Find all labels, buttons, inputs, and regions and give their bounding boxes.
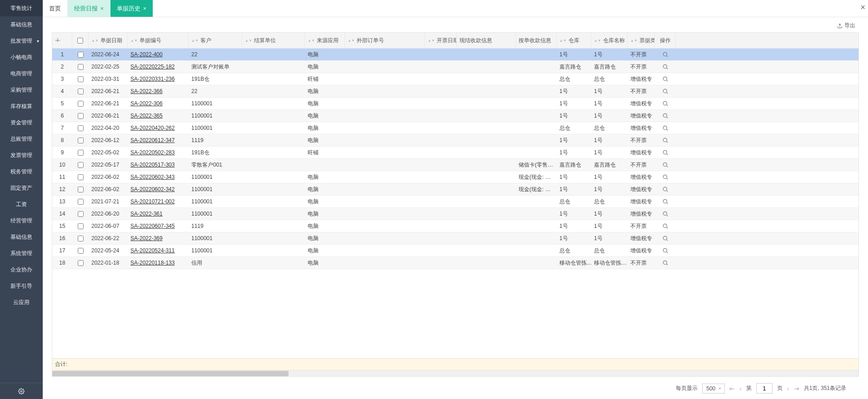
row-checkbox[interactable]: [78, 64, 84, 70]
select-all-checkbox[interactable]: [77, 38, 83, 44]
col-ext-order[interactable]: ▲▼外部订单号: [345, 33, 425, 48]
row-checkbox[interactable]: [78, 138, 84, 143]
magnifier-icon[interactable]: [662, 100, 668, 107]
row-select[interactable]: [72, 49, 89, 60]
sidebar-item-0[interactable]: 零售统计: [0, 0, 43, 16]
cell-doc-no[interactable]: SA-20220331-236: [128, 73, 189, 85]
close-icon[interactable]: ×: [100, 5, 104, 12]
magnifier-icon[interactable]: [662, 223, 668, 229]
magnifier-icon[interactable]: [662, 162, 668, 168]
row-select[interactable]: [72, 110, 89, 122]
col-customer[interactable]: ▲▼客户: [189, 33, 242, 48]
col-config[interactable]: [52, 33, 72, 48]
magnifier-icon[interactable]: [662, 113, 668, 119]
magnifier-icon[interactable]: [662, 88, 668, 94]
table-row[interactable]: 12022-06-24SA-2022-40022电脑1号1号不开票: [52, 49, 858, 61]
row-select[interactable]: [72, 61, 89, 73]
cell-doc-no[interactable]: SA-2022-365: [128, 110, 189, 122]
table-row[interactable]: 62022-06-21SA-2022-3651100001电脑1号1号增值税专: [52, 110, 858, 122]
row-checkbox[interactable]: [78, 174, 84, 180]
sidebar-item-18[interactable]: 云应用: [0, 294, 43, 310]
row-select[interactable]: [72, 196, 89, 207]
table-row[interactable]: 172022-05-24SA-20220524-3111100001电脑总仓总仓…: [52, 245, 858, 257]
row-select[interactable]: [72, 245, 89, 256]
row-checkbox[interactable]: [78, 150, 84, 156]
table-row[interactable]: 72022-04-20SA-20220420-2621100001电脑总仓总仓增…: [52, 122, 858, 134]
cell-doc-no[interactable]: SA-20210721-002: [128, 196, 189, 207]
magnifier-icon[interactable]: [662, 247, 668, 254]
cell-action[interactable]: [655, 257, 676, 269]
cell-action[interactable]: [655, 220, 676, 232]
col-date[interactable]: ▲▼单据日期: [89, 33, 128, 48]
sidebar-item-10[interactable]: 税务管理: [0, 163, 43, 180]
row-checkbox[interactable]: [78, 199, 84, 205]
row-checkbox[interactable]: [78, 52, 84, 58]
cell-doc-no[interactable]: SA-2022-361: [128, 208, 189, 220]
sidebar-item-2[interactable]: 批发管理: [0, 33, 43, 49]
table-row[interactable]: 182022-01-18SA-20220118-133信用电脑移动仓管拣…移动仓…: [52, 257, 858, 269]
table-row[interactable]: 162022-06-22SA-2022-3691100001电脑1号1号增值税专: [52, 232, 858, 245]
magnifier-icon[interactable]: [662, 211, 668, 217]
row-select[interactable]: [72, 232, 89, 244]
tab-0[interactable]: 经营日报×: [68, 0, 110, 17]
table-row[interactable]: 22022-02-25SA-20220225-182测试客户对账单电脑嘉言路仓嘉…: [52, 61, 858, 73]
row-select[interactable]: [72, 159, 89, 171]
table-row[interactable]: 132021-07-21SA-20210721-0021100001电脑总仓总仓…: [52, 196, 858, 208]
table-row[interactable]: 142022-06-20SA-2022-3611100001电脑1号1号增值税专: [52, 208, 858, 220]
cell-action[interactable]: [655, 245, 676, 256]
sidebar-item-6[interactable]: 库存核算: [0, 98, 43, 114]
row-select[interactable]: [72, 85, 89, 97]
magnifier-icon[interactable]: [662, 76, 668, 82]
sidebar-item-17[interactable]: 新手引导: [0, 278, 43, 294]
cell-action[interactable]: [655, 208, 676, 220]
row-select[interactable]: [72, 208, 89, 220]
col-source[interactable]: ▲▼来源应用: [305, 33, 345, 48]
row-select[interactable]: [72, 122, 89, 134]
col-settle[interactable]: ▲▼结算单位: [242, 33, 305, 48]
sidebar-item-11[interactable]: 固定资产: [0, 180, 43, 196]
cell-action[interactable]: [655, 159, 676, 171]
sidebar-settings[interactable]: [0, 383, 43, 399]
cell-doc-no[interactable]: SA-2022-306: [128, 98, 189, 109]
sidebar-item-13[interactable]: 经营管理: [0, 212, 43, 229]
col-ticket[interactable]: ▲▼票据类: [628, 33, 655, 48]
row-checkbox[interactable]: [78, 248, 84, 254]
row-select[interactable]: [72, 171, 89, 183]
cell-doc-no[interactable]: SA-20220118-133: [128, 257, 189, 269]
table-row[interactable]: 52022-06-21SA-2022-3061100001电脑1号1号增值税专: [52, 98, 858, 110]
row-checkbox[interactable]: [78, 260, 84, 266]
row-select[interactable]: [72, 147, 89, 158]
cell-action[interactable]: [655, 134, 676, 146]
sidebar-item-5[interactable]: 采购管理: [0, 82, 43, 98]
sidebar-item-8[interactable]: 总账管理: [0, 131, 43, 147]
cell-doc-no[interactable]: SA-20220602-342: [128, 183, 189, 195]
per-page-select[interactable]: 500: [702, 384, 725, 394]
col-warehouse-name[interactable]: ▲▼仓库名称: [591, 33, 628, 48]
table-row[interactable]: 32022-03-31SA-20220331-236191B仓旺铺总仓总仓增值税…: [52, 73, 858, 85]
col-warehouse[interactable]: ▲▼仓库: [557, 33, 591, 48]
tab-1[interactable]: 单据历史×: [110, 0, 153, 17]
row-checkbox[interactable]: [78, 101, 84, 107]
magnifier-icon[interactable]: [662, 149, 668, 156]
magnifier-icon[interactable]: [662, 260, 668, 266]
cell-doc-no[interactable]: SA-20220517-303: [128, 159, 189, 171]
col-select-all[interactable]: [72, 33, 89, 48]
magnifier-icon[interactable]: [662, 64, 668, 70]
prev-page[interactable]: ‹: [739, 385, 742, 392]
cell-doc-no[interactable]: SA-2022-369: [128, 232, 189, 244]
cell-doc-no[interactable]: SA-20220502-283: [128, 147, 189, 158]
table-row[interactable]: 112022-06-02SA-20220602-3431100001电脑现金(现…: [52, 171, 858, 183]
row-checkbox[interactable]: [78, 113, 84, 119]
cell-doc-no[interactable]: SA-20220607-345: [128, 220, 189, 232]
magnifier-icon[interactable]: [662, 137, 668, 143]
sidebar-item-15[interactable]: 系统管理: [0, 245, 43, 261]
row-checkbox[interactable]: [78, 125, 84, 131]
cell-doc-no[interactable]: SA-20220602-343: [128, 171, 189, 183]
cell-action[interactable]: [655, 110, 676, 122]
row-checkbox[interactable]: [78, 223, 84, 229]
page-input[interactable]: [756, 383, 773, 394]
table-row[interactable]: 122022-06-02SA-20220602-3421100001电脑现金(现…: [52, 183, 858, 196]
row-select[interactable]: [72, 73, 89, 85]
table-row[interactable]: 102022-05-17SA-20220517-303零散客户001储值卡(零售…: [52, 159, 858, 171]
sidebar-item-14[interactable]: 基础信息: [0, 229, 43, 245]
